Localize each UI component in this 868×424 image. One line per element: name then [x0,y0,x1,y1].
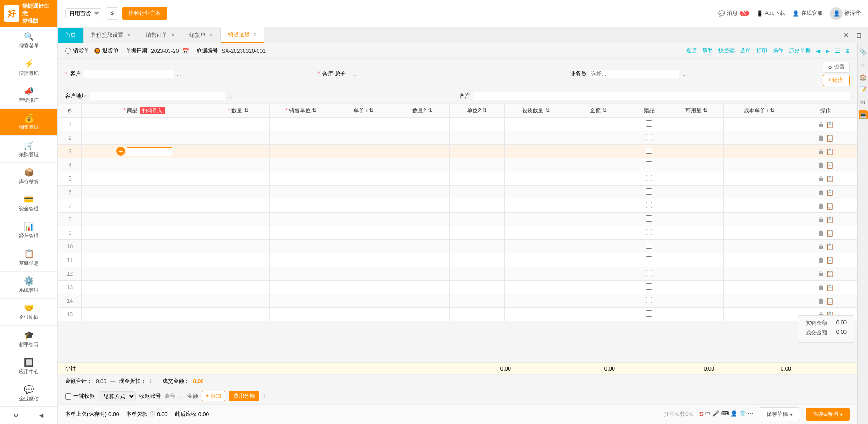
cell-quantity[interactable] [207,267,270,281]
settings-bottom-icon[interactable]: ⚙ [11,410,21,420]
copy-row-icon[interactable]: 📋 [826,134,834,142]
copy-row-icon[interactable]: 📋 [826,270,834,277]
cell-quantity[interactable] [207,226,270,240]
keyboard-icon[interactable]: ⌨ [721,410,729,418]
help-link[interactable]: 帮助 [702,47,713,55]
tab-sale-return[interactable]: 销货退货 ✕ [221,27,264,43]
cell-pack-qty[interactable] [505,294,567,308]
gift-checkbox[interactable] [646,134,652,140]
cell-pack-qty[interactable] [505,186,567,199]
product-input[interactable] [127,147,172,156]
shirt-icon[interactable]: 👕 [739,410,746,418]
fee-split-button[interactable]: 费用分摊 [229,391,259,401]
sidebar-item-inventory[interactable]: 📦 库存核算 [0,163,57,190]
cell-amount[interactable] [567,294,630,308]
cell-gift[interactable] [630,253,669,267]
cell-gift[interactable] [630,199,669,213]
cell-cost-price[interactable] [724,213,794,226]
cell-quantity2[interactable] [395,267,449,281]
gift-checkbox[interactable] [646,310,652,317]
calendar-icon[interactable]: 📅 [182,48,189,54]
cell-unit-price[interactable] [332,145,395,158]
cell-quantity[interactable] [207,172,270,186]
delete-row-icon[interactable]: 🗑 [818,229,824,237]
cell-gift[interactable] [630,226,669,240]
cell-unit-price[interactable] [332,186,395,199]
cell-unit-price[interactable] [332,213,395,226]
cell-gift[interactable] [630,308,669,321]
cell-product[interactable] [81,308,207,321]
cell-sale-unit[interactable] [269,308,332,321]
cell-sale-unit[interactable] [269,240,332,253]
debt-label-circle[interactable]: ⓘ [150,410,155,418]
delete-row-icon[interactable]: 🗑 [818,257,824,264]
online-service-item[interactable]: 👤 在线客服 [793,10,823,17]
cell-gift[interactable] [630,294,669,308]
cell-quantity[interactable] [207,253,270,267]
copy-row-icon[interactable]: 📋 [826,243,834,250]
help-fee-icon[interactable]: ℹ [263,393,265,400]
cell-unit2[interactable] [450,145,505,158]
cell-unit2[interactable] [450,253,505,267]
cell-quantity[interactable] [207,145,270,158]
cell-pack-qty[interactable] [505,199,567,213]
cell-pack-qty[interactable] [505,253,567,267]
settings-button[interactable]: ⚙ 设置 [823,62,850,73]
cell-available[interactable] [669,253,724,267]
one-click-payment-label[interactable]: 一键收款 [65,392,95,400]
cell-product[interactable] [81,281,207,294]
cell-available[interactable] [669,131,724,145]
cell-quantity2[interactable] [395,294,449,308]
video-help-link[interactable]: 视频 [686,47,697,55]
cell-unit2[interactable] [450,172,505,186]
copy-row-icon[interactable]: 📋 [826,216,834,223]
history-link[interactable]: 历史单据 [789,47,811,55]
cell-quantity[interactable] [207,281,270,294]
delete-row-icon[interactable]: 🗑 [818,189,824,196]
cell-sale-unit[interactable] [269,226,332,240]
maximize-tab-icon[interactable]: ⊡ [854,30,864,41]
copy-row-icon[interactable]: 📋 [826,229,834,237]
cell-available[interactable] [669,213,724,226]
delete-row-icon[interactable]: 🗑 [818,175,824,182]
cell-sale-unit[interactable] [269,294,332,308]
shortcut-link[interactable]: 快捷键 [718,47,735,55]
cell-unit2[interactable] [450,308,505,321]
rp-icon-1[interactable]: 📎 [859,47,868,56]
cell-quantity2[interactable] [395,226,449,240]
th-settings[interactable]: ⚙ [58,104,82,118]
cell-sale-unit[interactable] [269,118,332,131]
cell-amount[interactable] [567,308,630,321]
cell-quantity[interactable] [207,294,270,308]
gift-checkbox[interactable] [646,283,652,290]
cell-pack-qty[interactable] [505,158,567,172]
cell-amount[interactable] [567,145,630,158]
tab-sale-out[interactable]: 销货单 ✕ [182,28,221,43]
gift-checkbox[interactable] [646,229,652,235]
cell-quantity[interactable] [207,186,270,199]
cell-available[interactable] [669,145,724,158]
cell-amount[interactable] [567,199,630,213]
cell-sale-unit[interactable] [269,186,332,199]
cell-unit-price[interactable] [332,240,395,253]
cell-available[interactable] [669,226,724,240]
tab-sale-return-close[interactable]: ✕ [253,32,257,37]
cell-unit2[interactable] [450,294,505,308]
cell-available[interactable] [669,240,724,253]
try-industry-button[interactable]: 体验行业方案 [122,7,167,20]
gift-checkbox[interactable] [646,148,652,154]
sidebar-item-marketing[interactable]: 📣 营销推广 [0,81,57,109]
gift-checkbox[interactable] [646,161,652,167]
cell-quantity[interactable] [207,199,270,213]
cell-amount[interactable] [567,158,630,172]
cell-quantity[interactable] [207,213,270,226]
cell-available[interactable] [669,158,724,172]
radio-return[interactable]: 退货单 [94,47,118,55]
account-select-icon[interactable]: ... [179,393,184,400]
cell-sale-unit[interactable] [269,158,332,172]
gift-checkbox[interactable] [646,297,652,303]
cell-unit-price[interactable] [332,253,395,267]
person-icon[interactable]: 👤 [731,410,737,418]
cell-cost-price[interactable] [724,240,794,253]
close-tab-icon[interactable]: ✕ [841,30,852,41]
